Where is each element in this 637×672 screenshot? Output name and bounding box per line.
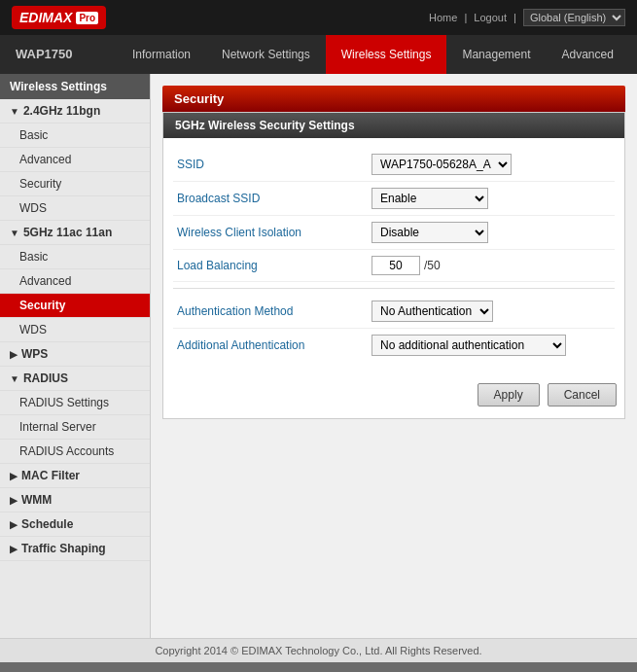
ssid-label: SSID — [177, 158, 372, 171]
chevron-right-icon-wps: ▶ — [10, 349, 18, 360]
sidebar-group-2ghz[interactable]: ▼ 2.4GHz 11bgn — [0, 99, 150, 124]
main-layout: Wireless Settings ▼ 2.4GHz 11bgn Basic A… — [0, 74, 637, 638]
device-name: WAP1750 — [0, 35, 117, 74]
sidebar-item-security-2g[interactable]: Security — [0, 172, 150, 196]
navbar: WAP1750 Information Network Settings Wir… — [0, 35, 637, 74]
load-balancing-row: Load Balancing /50 — [173, 250, 615, 282]
auth-method-row: Authentication Method No Authentication — [173, 295, 615, 329]
home-link[interactable]: Home — [429, 12, 457, 23]
auth-method-value: No Authentication — [372, 301, 611, 322]
auth-method-select[interactable]: No Authentication — [372, 301, 493, 322]
nav-tabs: Information Network Settings Wireless Se… — [117, 35, 629, 74]
tab-advanced[interactable]: Advanced — [546, 35, 628, 74]
sidebar-item-wds-2g[interactable]: WDS — [0, 196, 150, 221]
chevron-right-icon-wmm: ▶ — [10, 495, 18, 506]
logo-pro-text: Pro — [76, 12, 98, 24]
load-balancing-label: Load Balancing — [177, 259, 372, 272]
chevron-down-icon-radius: ▼ — [10, 373, 19, 384]
ssid-row: SSID WAP1750-05628A_A — [173, 148, 615, 182]
chevron-right-icon-mac: ▶ — [10, 471, 18, 481]
load-balancing-unit: /50 — [424, 259, 441, 272]
sidebar-item-radius-settings[interactable]: RADIUS Settings — [0, 391, 150, 415]
auth-method-label: Authentication Method — [177, 304, 372, 318]
chevron-right-icon-traffic: ▶ — [10, 544, 18, 554]
sidebar-title: Wireless Settings — [0, 74, 150, 99]
broadcast-ssid-value: Enable — [372, 188, 611, 209]
broadcast-ssid-select[interactable]: Enable — [372, 188, 488, 209]
logo: EDIMAX Pro — [12, 6, 106, 29]
isolation-select[interactable]: Disable — [372, 222, 488, 243]
additional-auth-select[interactable]: No additional authentication — [372, 335, 566, 356]
footer: Copyright 2014 © EDIMAX Technology Co., … — [0, 638, 637, 662]
isolation-label: Wireless Client Isolation — [177, 226, 372, 239]
form-divider — [173, 288, 615, 289]
chevron-right-icon-schedule: ▶ — [10, 519, 18, 530]
sidebar-item-traffic-shaping[interactable]: ▶ Traffic Shaping — [0, 537, 150, 561]
load-balancing-value: /50 — [372, 256, 611, 275]
load-balancing-input[interactable] — [372, 256, 420, 275]
additional-auth-label: Additional Authentication — [177, 338, 372, 352]
tab-wireless-settings[interactable]: Wireless Settings — [326, 35, 447, 74]
sidebar-group-radius[interactable]: ▼ RADIUS — [0, 367, 150, 391]
tab-management[interactable]: Management — [446, 35, 546, 74]
language-select[interactable]: Global (English) — [523, 9, 625, 26]
form-table: SSID WAP1750-05628A_A Broadcast SSID Ena… — [163, 138, 624, 371]
sidebar-item-radius-accounts[interactable]: RADIUS Accounts — [0, 440, 150, 464]
broadcast-ssid-label: Broadcast SSID — [177, 192, 372, 205]
content-box: 5GHz Wireless Security Settings SSID WAP… — [162, 112, 625, 419]
header: EDIMAX Pro Home | Logout | Global (Engli… — [0, 0, 637, 35]
isolation-value: Disable — [372, 222, 611, 243]
ssid-value: WAP1750-05628A_A — [372, 154, 611, 175]
sidebar-group-5ghz[interactable]: ▼ 5GHz 11ac 11an — [0, 221, 150, 245]
tab-information[interactable]: Information — [117, 35, 206, 74]
sidebar: Wireless Settings ▼ 2.4GHz 11bgn Basic A… — [0, 74, 151, 638]
sidebar-item-wps[interactable]: ▶ WPS — [0, 342, 150, 367]
isolation-row: Wireless Client Isolation Disable — [173, 216, 615, 250]
cancel-button[interactable]: Cancel — [548, 383, 617, 407]
sidebar-item-wds-5g[interactable]: WDS — [0, 318, 150, 342]
ssid-select[interactable]: WAP1750-05628A_A — [372, 154, 512, 175]
footer-text: Copyright 2014 © EDIMAX Technology Co., … — [155, 645, 481, 656]
box-title: 5GHz Wireless Security Settings — [163, 113, 624, 138]
broadcast-ssid-row: Broadcast SSID Enable — [173, 182, 615, 216]
header-links: Home | Logout | Global (English) — [429, 9, 625, 26]
logo-area: EDIMAX Pro — [12, 6, 106, 29]
sidebar-item-basic-2g[interactable]: Basic — [0, 124, 150, 148]
sidebar-item-advanced-5g[interactable]: Advanced — [0, 269, 150, 294]
chevron-down-icon-5g: ▼ — [10, 228, 19, 238]
additional-auth-row: Additional Authentication No additional … — [173, 329, 615, 362]
section-title: Security — [162, 86, 625, 112]
sidebar-item-mac-filter[interactable]: ▶ MAC Filter — [0, 464, 150, 488]
logout-link[interactable]: Logout — [474, 12, 507, 23]
sidebar-item-schedule[interactable]: ▶ Schedule — [0, 513, 150, 537]
content-area: Security 5GHz Wireless Security Settings… — [151, 74, 637, 638]
chevron-down-icon: ▼ — [10, 106, 19, 117]
sidebar-item-basic-5g[interactable]: Basic — [0, 245, 150, 269]
apply-button[interactable]: Apply — [478, 383, 540, 407]
sidebar-item-security-5g[interactable]: Security — [0, 294, 150, 318]
sidebar-item-advanced-2g[interactable]: Advanced — [0, 148, 150, 172]
additional-auth-value: No additional authentication — [372, 335, 611, 356]
button-row: Apply Cancel — [163, 371, 624, 418]
logo-edimax-text: EDIMAX — [19, 10, 72, 25]
sidebar-item-internal-server[interactable]: Internal Server — [0, 415, 150, 440]
tab-network-settings[interactable]: Network Settings — [206, 35, 326, 74]
sidebar-item-wmm[interactable]: ▶ WMM — [0, 488, 150, 513]
